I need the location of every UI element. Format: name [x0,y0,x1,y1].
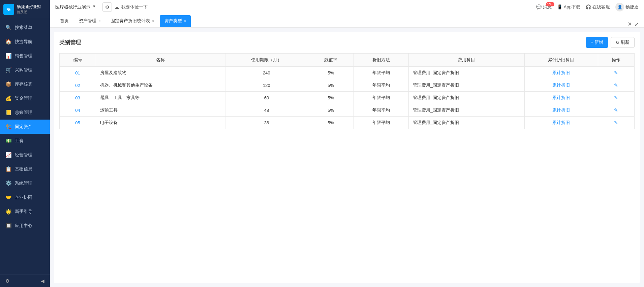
cell-name-2: 器具、工具、家具等 [96,92,225,104]
logo-subtitle: 普及版 [17,10,41,14]
cell-expense-3: 管理费用_固定资产折旧 [408,104,524,117]
online-service-label: 在线客服 [592,4,610,10]
cell-accumulated-3: 累计折旧 [524,104,598,117]
cell-expense-0: 管理费用_固定资产折旧 [408,67,524,79]
topbar-settings-btn[interactable]: ⚙ [102,2,112,12]
tab-fixed-depreciation-close[interactable]: × [152,19,154,23]
edit-icon-2[interactable]: ✎ [614,95,618,100]
cell-code-3: 04 [60,104,96,117]
table-header-row: 编号 名称 使用期限（月） 残值率 折旧方法 费用科目 累计折旧科目 操作 [60,54,635,67]
cell-action-2: ✎ [598,92,634,104]
nav-label-ledger: 总账管理 [15,109,32,116]
tab-asset-type[interactable]: 资产类型 × [160,15,191,27]
cell-residual-3: 5% [308,104,354,117]
tab-home-label: 首页 [60,18,69,24]
logo-title: 畅捷通好业财 [17,4,41,10]
cell-name-1: 机器、机械和其他生产设备 [96,79,225,92]
edit-icon-3[interactable]: ✎ [614,107,618,113]
user-profile-btn[interactable]: 👤 畅捷通 [615,3,639,11]
nav-icon-system: ⚙️ [5,180,11,186]
topbar-dropdown-icon[interactable]: ▾ [93,4,100,10]
sidebar-item-quick-nav[interactable]: 🏠 快捷导航 [0,35,50,49]
sidebar: 畅 畅捷通好业财 普及版 🔍 搜索菜单 🏠 快捷导航 📊 销售管理 🛒 采购管理… [0,0,50,287]
edit-icon-4[interactable]: ✎ [614,120,618,125]
cell-expense-2: 管理费用_固定资产折旧 [408,92,524,104]
sidebar-item-app-center[interactable]: 🔲 应用中心 [0,219,50,233]
message-btn[interactable]: 💬 消息 99+ [536,4,552,10]
online-service-btn[interactable]: 🎧 在线客服 [586,4,610,10]
table-row: 02 机器、机械和其他生产设备 120 5% 年限平均 管理费用_固定资产折旧 … [60,79,635,92]
cell-months-1: 120 [225,79,308,92]
nav-icon-app-center: 🔲 [5,223,11,229]
cell-accumulated-4: 累计折旧 [524,117,598,129]
cell-months-2: 60 [225,92,308,104]
tab-fixed-depreciation-label: 固定资产折旧统计表 [111,18,150,24]
settings-icon[interactable]: ⚙ [5,278,10,284]
table-row: 04 运输工具 48 5% 年限平均 管理费用_固定资产折旧 累计折旧 ✎ [60,104,635,117]
nav-label-search: 搜索菜单 [15,25,32,31]
cell-months-3: 48 [225,104,308,117]
tab-asset-type-close[interactable]: × [184,19,186,23]
col-months: 使用期限（月） [225,54,308,67]
sidebar-item-system[interactable]: ⚙️ 系统管理 [0,176,50,190]
sidebar-item-enterprise[interactable]: 🤝 企业协同 [0,190,50,204]
app-download-btn[interactable]: 📱 App下载 [557,4,580,10]
col-name: 名称 [96,54,225,67]
sidebar-item-sales[interactable]: 📊 销售管理 [0,49,50,63]
tab-asset-mgmt-close[interactable]: × [98,19,100,23]
edit-icon-0[interactable]: ✎ [614,70,618,75]
page-header: 类别管理 + 新增 ↻ 刷新 [59,37,635,48]
expand-panel-btn[interactable]: ⤢ [635,22,639,27]
tab-asset-mgmt[interactable]: 资产管理 × [74,15,105,27]
sidebar-item-ledger[interactable]: 📒 总账管理 [0,105,50,120]
tab-asset-mgmt-label: 资产管理 [79,18,96,24]
message-icon: 💬 [536,4,542,9]
nav-icon-inventory: 📦 [5,81,11,87]
refresh-button[interactable]: ↻ 刷新 [611,37,635,48]
sidebar-item-purchase[interactable]: 🛒 采购管理 [0,63,50,77]
nav-label-fixed-assets: 固定资产 [15,124,32,130]
topbar-experience-btn[interactable]: ☁ 我要体验一下 [115,4,148,10]
tabbar: 首页 资产管理 × 固定资产折旧统计表 × 资产类型 × ✕ ⤢ [50,14,644,28]
new-button[interactable]: + 新增 [586,37,608,48]
sidebar-item-fixed-assets[interactable]: 🏗️ 固定资产 [0,120,50,134]
main-area: 医疗器械行业演示 ▾ ⚙ ☁ 我要体验一下 💬 消息 99+ 📱 App下载 🎧… [50,0,644,287]
col-method: 折旧方法 [354,54,408,67]
app-download-icon: 📱 [557,4,562,9]
cell-residual-1: 5% [308,79,354,92]
sidebar-footer: ⚙ ◀ [0,275,50,287]
nav-icon-ledger: 📒 [5,109,11,116]
sidebar-item-capital[interactable]: 💰 资金管理 [0,91,50,105]
nav-icon-operations: 📈 [5,152,11,158]
topbar-left: 医疗器械行业演示 ▾ ⚙ ☁ 我要体验一下 [55,2,532,12]
nav-icon-sales: 📊 [5,53,11,59]
col-action: 操作 [598,54,634,67]
nav-label-operations: 经营管理 [15,152,32,158]
sidebar-item-basic-info[interactable]: 📋 基础信息 [0,162,50,176]
sidebar-item-inventory[interactable]: 📦 库存核算 [0,77,50,91]
table-row: 05 电子设备 36 5% 年限平均 管理费用_固定资产折旧 累计折旧 ✎ [60,117,635,129]
tab-fixed-depreciation[interactable]: 固定资产折旧统计表 × [106,15,159,27]
nav-icon-basic-info: 📋 [5,166,11,172]
nav-label-enterprise: 企业协同 [15,194,32,200]
cell-name-3: 运输工具 [96,104,225,117]
cell-residual-0: 5% [308,67,354,79]
cell-expense-4: 管理费用_固定资产折旧 [408,117,524,129]
edit-icon-1[interactable]: ✎ [614,83,618,88]
sidebar-item-search[interactable]: 🔍 搜索菜单 [0,21,50,35]
cell-code-2: 03 [60,92,96,104]
collapse-icon[interactable]: ◀ [41,278,44,284]
close-panel-btn[interactable]: ✕ [627,21,632,27]
tab-home[interactable]: 首页 [55,15,73,27]
page-title: 类别管理 [59,39,81,46]
cell-method-4: 年限平均 [354,117,408,129]
cell-method-0: 年限平均 [354,67,408,79]
cell-action-4: ✎ [598,117,634,129]
cell-residual-4: 5% [308,117,354,129]
sidebar-item-operations[interactable]: 📈 经营管理 [0,148,50,162]
sidebar-item-salary[interactable]: 💵 工资 [0,134,50,148]
nav-label-system: 系统管理 [15,180,32,186]
cell-name-4: 电子设备 [96,117,225,129]
sidebar-item-beginner[interactable]: 🌟 新手引导 [0,204,50,219]
cell-code-1: 02 [60,79,96,92]
